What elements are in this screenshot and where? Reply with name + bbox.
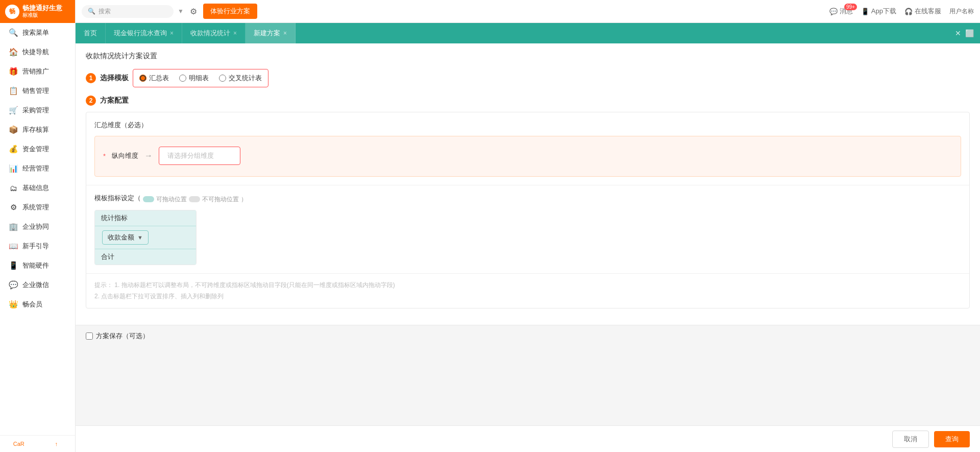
tab-label-bank-flow: 现金银行流水查询 bbox=[114, 29, 167, 38]
sidebar-logo: 畅 畅捷通好生意 标准版 bbox=[0, 0, 75, 23]
dimension-row: * 纵向维度 → 请选择分组维度 bbox=[103, 147, 952, 165]
member-icon: 👑 bbox=[8, 300, 18, 309]
sidebar-item-enterprise[interactable]: 🏢企业协同 bbox=[0, 217, 75, 236]
sidebar-item-finance[interactable]: 💰资金管理 bbox=[0, 139, 75, 159]
required-mark: * bbox=[103, 152, 106, 160]
header-dropdown-arrow[interactable]: ▼ bbox=[178, 8, 184, 15]
tabs-spacer bbox=[296, 23, 949, 43]
enterprise-label: 企业协同 bbox=[22, 222, 49, 231]
tab-home[interactable]: 首页 bbox=[76, 23, 106, 43]
basic-icon: 🗂 bbox=[8, 184, 18, 193]
radio-summary[interactable] bbox=[139, 75, 146, 82]
radio-cross[interactable] bbox=[219, 75, 226, 82]
tab-new-plan[interactable]: 新建方案 × bbox=[246, 23, 296, 43]
option-summary[interactable]: 汇总表 bbox=[139, 74, 169, 83]
tip-1: 提示： 1. 拖动标题栏可以调整布局，不可跨维度或指标区域拖动目字段(只能在同一… bbox=[94, 280, 961, 291]
header: 🔍 搜索 ▼ ⚙ 体验行业方案 💬 消息 99+ 📱 App下载 🎧 在线客服 … bbox=[76, 0, 980, 23]
user-name[interactable]: 用户名称 bbox=[949, 7, 974, 16]
online-support-label: 在线客服 bbox=[915, 7, 941, 16]
indicator-header-row: 模板指标设定（ 可拖动位置 不可拖动位置 ） bbox=[94, 194, 961, 205]
dimension-area: * 纵向维度 → 请选择分组维度 bbox=[94, 136, 961, 177]
query-button[interactable]: 查询 bbox=[934, 431, 970, 447]
cancel-button[interactable]: 取消 bbox=[892, 431, 929, 448]
stats-area: 统计指标 收款金额 ▼ 合计 bbox=[94, 210, 197, 265]
member-label: 畅会员 bbox=[22, 300, 42, 309]
messages-action[interactable]: 💬 消息 99+ bbox=[829, 7, 853, 16]
app-download-label: App下载 bbox=[871, 7, 896, 16]
tab-close-receipt-stats[interactable]: × bbox=[233, 30, 237, 37]
inventory-icon: 📦 bbox=[8, 125, 18, 134]
online-support-action[interactable]: 🎧 在线客服 bbox=[904, 7, 941, 16]
sidebar-item-system[interactable]: ⚙系统管理 bbox=[0, 198, 75, 217]
basic-label: 基础信息 bbox=[22, 183, 49, 193]
tab-bank-flow[interactable]: 现金银行流水查询 × bbox=[106, 23, 182, 43]
sidebar-item-purchase[interactable]: 🛒采购管理 bbox=[0, 101, 75, 120]
content-area: 收款情况统计方案设置 1 选择模板 汇总表 明细表 bbox=[76, 43, 980, 425]
stats-tag-label: 收款金额 bbox=[108, 233, 134, 242]
support-icon: 🎧 bbox=[904, 8, 913, 15]
sidebar-item-hardware[interactable]: 📱智能硬件 bbox=[0, 256, 75, 275]
tabs-container: 首页现金银行流水查询 ×收款情况统计 ×新建方案 × bbox=[76, 23, 296, 43]
sidebar-footer-left[interactable]: CaR bbox=[0, 436, 38, 452]
sidebar-item-basic[interactable]: 🗂基础信息 bbox=[0, 178, 75, 198]
option-cross[interactable]: 交叉统计表 bbox=[219, 74, 262, 83]
sidebar-item-member[interactable]: 👑畅会员 bbox=[0, 295, 75, 314]
app-icon: 📱 bbox=[861, 8, 869, 15]
main-area: 🔍 搜索 ▼ ⚙ 体验行业方案 💬 消息 99+ 📱 App下载 🎧 在线客服 … bbox=[76, 0, 980, 452]
message-icon: 💬 bbox=[829, 8, 838, 15]
header-search-box[interactable]: 🔍 搜索 bbox=[82, 5, 174, 18]
wechat-label: 企业微信 bbox=[22, 280, 49, 290]
window-buttons: ✕ ⬜ bbox=[949, 23, 980, 43]
system-icon: ⚙ bbox=[8, 203, 18, 212]
logo-icon: 畅 bbox=[5, 5, 19, 19]
dimension-select[interactable]: 请选择分组维度 bbox=[159, 147, 240, 165]
step2-section: 2 方案配置 汇总维度（必选） * 纵向维度 → bbox=[86, 96, 970, 308]
save-option-row: 方案保存（可选） bbox=[76, 325, 980, 347]
option-detail[interactable]: 明细表 bbox=[179, 74, 209, 83]
guide-icon: 📖 bbox=[8, 242, 18, 251]
dimension-title-text: 汇总维度（必选） bbox=[94, 121, 148, 129]
stats-header: 统计指标 bbox=[95, 210, 196, 226]
sidebar-item-operation[interactable]: 📊经营管理 bbox=[0, 159, 75, 178]
sidebar-item-search[interactable]: 🔍搜索菜单 bbox=[0, 23, 75, 42]
sidebar-item-quick-nav[interactable]: 🏠快捷导航 bbox=[0, 42, 75, 62]
purchase-icon: 🛒 bbox=[8, 106, 18, 115]
enterprise-icon: 🏢 bbox=[8, 222, 18, 231]
sidebar-item-wechat[interactable]: 💬企业微信 bbox=[0, 275, 75, 295]
tab-receipt-stats[interactable]: 收款情况统计 × bbox=[182, 23, 246, 43]
hardware-icon: 📱 bbox=[8, 261, 18, 270]
system-label: 系统管理 bbox=[22, 203, 49, 212]
tab-close-new-plan[interactable]: × bbox=[283, 30, 287, 37]
radio-detail[interactable] bbox=[179, 75, 186, 82]
sales-icon: 📋 bbox=[8, 86, 18, 96]
sidebar-item-guide[interactable]: 📖新手引导 bbox=[0, 236, 75, 256]
dimension-section-title: 汇总维度（必选） bbox=[94, 121, 961, 130]
wechat-icon: 💬 bbox=[8, 280, 18, 290]
search-label: 搜索菜单 bbox=[22, 28, 49, 37]
indicator-section: 模板指标设定（ 可拖动位置 不可拖动位置 ） 统计指标 bbox=[86, 185, 969, 273]
tips-section: 提示： 1. 拖动标题栏可以调整布局，不可跨维度或指标区域拖动目字段(只能在同一… bbox=[86, 273, 969, 308]
tab-close-bank-flow[interactable]: × bbox=[170, 30, 174, 37]
hardware-label: 智能硬件 bbox=[22, 261, 49, 270]
sidebar-item-marketing[interactable]: 🎁营销推广 bbox=[0, 62, 75, 81]
maximize-window-btn[interactable]: ⬜ bbox=[965, 29, 974, 37]
header-gear-icon[interactable]: ⚙ bbox=[190, 7, 197, 16]
sidebar-footer: CaR ↑ bbox=[0, 435, 75, 452]
app-download-action[interactable]: 📱 App下载 bbox=[861, 7, 896, 16]
legend-movable-label: 可拖动位置 bbox=[156, 195, 187, 204]
tab-label-home: 首页 bbox=[84, 29, 97, 38]
search-placeholder-text: 搜索 bbox=[99, 7, 111, 16]
legend-close-paren: ） bbox=[241, 195, 247, 204]
header-actions: 💬 消息 99+ 📱 App下载 🎧 在线客服 用户名称 bbox=[829, 7, 974, 16]
option-cross-label: 交叉统计表 bbox=[229, 74, 262, 83]
sidebar-item-inventory[interactable]: 📦库存核算 bbox=[0, 120, 75, 139]
purchase-label: 采购管理 bbox=[22, 106, 49, 115]
save-checkbox[interactable] bbox=[86, 332, 93, 340]
sidebar-item-sales[interactable]: 📋销售管理 bbox=[0, 81, 75, 101]
trial-button[interactable]: 体验行业方案 bbox=[203, 4, 257, 19]
close-window-btn[interactable]: ✕ bbox=[955, 29, 961, 37]
search-icon: 🔍 bbox=[8, 28, 18, 37]
sidebar-footer-right[interactable]: ↑ bbox=[38, 436, 76, 452]
stats-tag[interactable]: 收款金额 ▼ bbox=[102, 230, 149, 245]
step1-header: 1 选择模板 汇总表 明细表 交叉统计表 bbox=[86, 69, 970, 87]
